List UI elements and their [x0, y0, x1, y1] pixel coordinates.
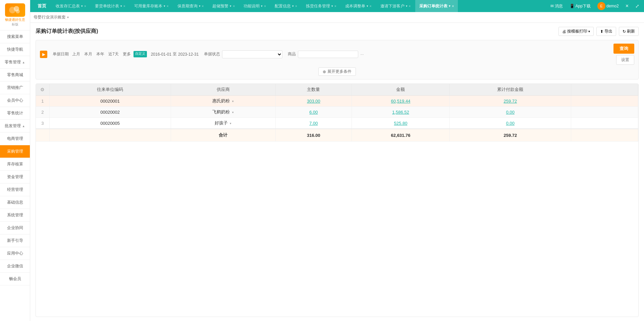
refresh-icon: ↻: [623, 29, 626, 34]
sidebar-item-quick[interactable]: 快捷导航: [0, 43, 30, 56]
tab-arrow-7: ▾: [292, 4, 294, 8]
cell-amount[interactable]: 525.80: [352, 118, 449, 129]
date-this-month[interactable]: 本月: [83, 51, 94, 57]
sidebar-item-enterprise[interactable]: 企业协同: [0, 222, 30, 234]
tab-arrow-3: ▾: [164, 4, 165, 8]
sidebar-item-basic[interactable]: 基础信息: [0, 196, 30, 209]
goods-input[interactable]: [298, 51, 358, 58]
page-content: 采购订单统计表(按供应商) 🖨 按模板打印 ▾ ⬆ 导出 ↻ 刷新: [30, 23, 644, 321]
date-to: 2023-12-31: [178, 52, 199, 57]
close-window-icon: ×: [626, 3, 629, 9]
cell-paid[interactable]: 0.00: [449, 118, 571, 129]
date-7days[interactable]: 近7天: [107, 51, 120, 57]
sidebar-item-ecommerce-label: 电商管理: [7, 136, 23, 141]
close-window-button[interactable]: ×: [624, 2, 631, 10]
sidebar-item-finance[interactable]: 资金管理: [0, 171, 30, 183]
sidebar-item-wechat[interactable]: 企业微信: [0, 260, 30, 273]
tab-receive-summary-label: 收发存汇总表: [56, 3, 80, 9]
sidebar-item-retail[interactable]: 零售管理 ▲: [0, 56, 30, 69]
sidebar-item-shop[interactable]: 零售商城: [0, 69, 30, 82]
cell-qty[interactable]: 303.00: [275, 96, 352, 107]
cell-amount[interactable]: 1,586.52: [352, 107, 449, 118]
close-icon-7[interactable]: ×: [295, 4, 297, 8]
sidebar-item-newguide-label: 新手引导: [7, 238, 23, 243]
close-icon-11[interactable]: ×: [452, 4, 454, 8]
date-this-year[interactable]: 本年: [95, 51, 106, 57]
settings-icon[interactable]: ⚙: [40, 87, 45, 92]
close-icon-4[interactable]: ×: [202, 4, 204, 8]
date-more[interactable]: 更多: [121, 51, 132, 57]
sidebar-item-inventory[interactable]: 库存核算: [0, 158, 30, 171]
message-label: 消息: [555, 3, 563, 9]
tab-overstock-warn[interactable]: 超储预警 ▾ ×: [208, 0, 239, 12]
tab-arrow-2: ▾: [120, 4, 122, 8]
close-icon-3[interactable]: ×: [167, 4, 169, 8]
date-custom-badge[interactable]: 自定义: [133, 51, 147, 57]
close-icon-1[interactable]: ×: [84, 4, 86, 8]
close-icon-2[interactable]: ×: [123, 4, 125, 8]
cell-qty[interactable]: 7.00: [275, 118, 352, 129]
sidebar-item-operation-label: 经营管理: [7, 187, 23, 192]
user-button[interactable]: E demo2: [595, 1, 621, 11]
tab-config-info[interactable]: 配置信息 ▾ ×: [271, 0, 301, 12]
close-icon-10[interactable]: ×: [409, 4, 411, 8]
table-row: 3 00020005 好孩子 ▾ 7.00 525.80 0.00: [36, 118, 638, 129]
refresh-button[interactable]: ↻ 刷新: [619, 27, 639, 36]
col-code-label: 往来单位编码: [97, 87, 123, 92]
status-select[interactable]: [222, 50, 282, 58]
sidebar-item-wholesale[interactable]: 批发管理 ▲: [0, 120, 30, 132]
sidebar-item-vip[interactable]: 畅会员: [0, 273, 30, 285]
settings-button[interactable]: 设置: [616, 55, 634, 65]
sidebar-item-newguide[interactable]: 新手引导: [0, 234, 30, 247]
close-icon-6[interactable]: ×: [264, 4, 266, 8]
goods-label: 商品: [288, 51, 296, 57]
goods-more-icon[interactable]: ···: [360, 52, 364, 57]
tab-purchase-order-stat[interactable]: 采购订单统计表 ▾ ×: [415, 0, 458, 12]
table-footer-row: 合计 316.00 62,631.76 259.72: [36, 129, 638, 142]
col-settings: ⚙: [36, 84, 49, 96]
tab-cost-adjust[interactable]: 成本调整单 ▾ ×: [341, 0, 376, 12]
app-download-label: App下载: [576, 3, 591, 9]
tab-purchase-stat[interactable]: 要货单统计表 ▾ ×: [91, 0, 129, 12]
date-last-month[interactable]: 上月: [71, 51, 82, 57]
close-icon-9[interactable]: ×: [370, 4, 372, 8]
export-button[interactable]: ⬆ 导出: [596, 27, 616, 36]
tab-receive-summary[interactable]: 收发存汇总表 ▾ ×: [52, 0, 90, 12]
cell-paid[interactable]: 259.72: [449, 96, 571, 107]
template-print-button[interactable]: 🖨 按模板打印 ▾: [558, 27, 594, 36]
cell-code: 00020005: [49, 118, 171, 129]
sidebar-item-retail-stat[interactable]: 零售统计: [0, 107, 30, 120]
filter-toggle-arrow[interactable]: ▶: [40, 51, 47, 58]
sidebar-item-ecommerce[interactable]: 电商管理: [0, 132, 30, 145]
app-download-button[interactable]: 📱 App下载: [568, 3, 593, 10]
message-button[interactable]: ✉ 消息: [548, 3, 565, 10]
supplier-arrow-icon: ▾: [232, 111, 234, 114]
resize-window-button[interactable]: ⤢: [633, 3, 641, 9]
sidebar-item-marketing[interactable]: 营销推广: [0, 82, 30, 94]
tab-function-desc[interactable]: 功能说明 ▾ ×: [239, 0, 270, 12]
tab-home[interactable]: 首页: [33, 0, 51, 12]
close-icon-8[interactable]: ×: [334, 4, 336, 8]
sidebar-item-member[interactable]: 会员中心: [0, 94, 30, 107]
sidebar-item-purchase[interactable]: 采购管理: [0, 145, 30, 158]
tab-pick-task[interactable]: 拣货任务管理 ▾ ×: [302, 0, 340, 12]
tab-overstock-warn-label: 超储预警: [212, 3, 228, 9]
cell-amount[interactable]: 60,519.44: [352, 96, 449, 107]
cell-qty[interactable]: 6.00: [275, 107, 352, 118]
sidebar-item-system[interactable]: 系统管理: [0, 209, 30, 222]
workspace-selector[interactable]: 母婴行业演示账套 ▾: [34, 14, 69, 20]
tab-expiry-query[interactable]: 保质期查询 ▾ ×: [173, 0, 208, 12]
tab-invite-downstream[interactable]: 邀请下游客户 ▾ ×: [376, 0, 415, 12]
query-button[interactable]: 查询: [613, 44, 634, 54]
sidebar-item-search[interactable]: 搜索菜单: [0, 31, 30, 43]
export-label: 导出: [604, 29, 612, 34]
footer-qty: 316.00: [275, 129, 352, 142]
expand-more-button[interactable]: ⊕ 展开更多条件: [318, 67, 356, 76]
close-icon-5[interactable]: ×: [233, 4, 235, 8]
tab-available-ledger[interactable]: 可用量库存账本 ▾ ×: [130, 0, 173, 12]
sidebar-item-operation[interactable]: 经营管理: [0, 183, 30, 196]
cell-paid[interactable]: 0.00: [449, 107, 571, 118]
col-amount: 金额: [352, 84, 449, 96]
sidebar-item-appcenter[interactable]: 应用中心: [0, 247, 30, 260]
message-icon: ✉: [550, 4, 554, 8]
